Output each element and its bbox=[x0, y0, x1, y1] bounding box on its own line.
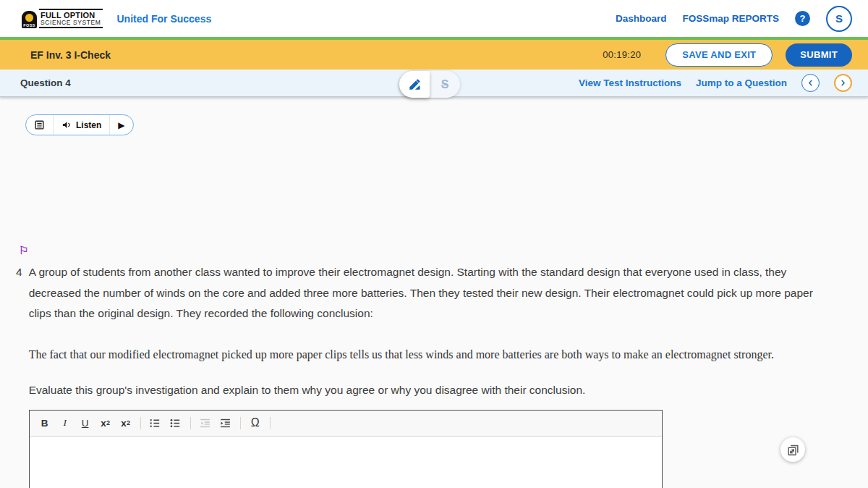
toolbar-separator bbox=[270, 417, 271, 429]
bold-button[interactable]: B bbox=[35, 413, 54, 432]
superscript-number: 2 bbox=[127, 419, 130, 426]
italic-button[interactable]: I bbox=[56, 413, 75, 432]
question-number: 4 bbox=[16, 262, 22, 488]
subscript-button[interactable]: x2 bbox=[96, 413, 115, 432]
toolbar-separator bbox=[190, 417, 191, 429]
play-button[interactable]: ▶ bbox=[109, 115, 132, 135]
expand-icon bbox=[786, 443, 800, 457]
listen-button[interactable]: Listen bbox=[53, 115, 109, 135]
app-header: FOSS FULL OPTION SCIENCE SYSTEM United F… bbox=[0, 0, 868, 37]
test-bar: EF Inv. 3 I-Check 00:19:20 SAVE AND EXIT… bbox=[0, 40, 868, 70]
question-bar: Question 4 S View Test Instructions Jump… bbox=[0, 70, 868, 97]
increase-indent-button[interactable] bbox=[216, 413, 235, 432]
annotation-toolbar: S bbox=[399, 71, 460, 98]
strikethrough-tool-button[interactable]: S bbox=[430, 71, 460, 98]
highlighter-tool-button[interactable] bbox=[399, 71, 430, 98]
save-and-exit-button[interactable]: SAVE AND EXIT bbox=[665, 43, 773, 67]
brand: FOSS FULL OPTION SCIENCE SYSTEM United F… bbox=[22, 9, 211, 28]
question-body: A group of students from another class w… bbox=[29, 262, 832, 488]
numbered-list-button[interactable] bbox=[146, 413, 165, 432]
sun-icon bbox=[25, 14, 33, 22]
speaker-icon bbox=[61, 119, 72, 130]
numbered-list-icon bbox=[149, 417, 161, 429]
logo-text: FULL OPTION SCIENCE SYSTEM bbox=[39, 9, 103, 28]
indent-icon bbox=[219, 417, 231, 429]
district-link[interactable]: United For Success bbox=[117, 13, 212, 25]
toolbar-separator bbox=[140, 417, 141, 429]
question-block: 4 A group of students from another class… bbox=[16, 262, 841, 488]
question-prompt: A group of students from another class w… bbox=[29, 262, 832, 324]
test-title: EF Inv. 3 I-Check bbox=[30, 49, 111, 61]
question-title: Question 4 bbox=[20, 77, 71, 88]
strikethrough-icon: S bbox=[441, 78, 449, 91]
outdent-icon bbox=[199, 417, 211, 429]
help-icon[interactable]: ? bbox=[795, 11, 810, 26]
test-bar-actions: 00:19:20 SAVE AND EXIT SUBMIT bbox=[603, 43, 852, 67]
underline-button[interactable]: U bbox=[76, 413, 95, 432]
chevron-left-icon bbox=[806, 78, 815, 88]
avatar[interactable]: S bbox=[826, 6, 852, 32]
editor-toolbar: B I U x2 x2 bbox=[30, 411, 662, 437]
previous-question-button[interactable] bbox=[801, 74, 820, 92]
subscript-number: 2 bbox=[106, 419, 110, 426]
bulleted-list-button[interactable] bbox=[166, 413, 185, 432]
foss-badge-icon: FOSS bbox=[22, 11, 37, 28]
subscript-base: x bbox=[101, 418, 106, 429]
toolbar-separator bbox=[240, 417, 241, 429]
jump-to-question-link[interactable]: Jump to a Question bbox=[696, 77, 787, 88]
foss-logo[interactable]: FOSS FULL OPTION SCIENCE SYSTEM bbox=[22, 9, 103, 28]
logo-line2: SCIENCE SYSTEM bbox=[41, 20, 101, 26]
view-test-instructions-link[interactable]: View Test Instructions bbox=[579, 77, 681, 88]
foss-badge-label: FOSS bbox=[23, 23, 35, 28]
flag-question-icon[interactable]: ⚐ bbox=[19, 244, 28, 257]
question-content: Listen ▶ ⚐ 4 A group of students from an… bbox=[0, 97, 868, 488]
nav-fossmap-reports[interactable]: FOSSmap REPORTS bbox=[682, 13, 779, 24]
question-task: Evaluate this group's investigation and … bbox=[29, 382, 832, 398]
nav-dashboard[interactable]: Dashboard bbox=[616, 13, 667, 24]
listen-label: Listen bbox=[76, 120, 101, 130]
student-conclusion-text: The fact that our modified electromagnet… bbox=[29, 344, 810, 365]
expand-window-button[interactable] bbox=[780, 437, 805, 462]
pencil-icon bbox=[407, 77, 422, 92]
play-icon: ▶ bbox=[118, 121, 124, 130]
next-question-button[interactable] bbox=[834, 74, 852, 92]
timer: 00:19:20 bbox=[603, 49, 641, 60]
question-bar-links: View Test Instructions Jump to a Questio… bbox=[579, 74, 852, 92]
special-character-button[interactable]: Ω bbox=[246, 413, 265, 432]
decrease-indent-button[interactable] bbox=[196, 413, 215, 432]
text-to-speech-toolbar: Listen ▶ bbox=[25, 114, 134, 135]
bulleted-list-icon bbox=[169, 417, 182, 429]
superscript-base: x bbox=[121, 418, 127, 429]
text-menu-icon bbox=[34, 119, 45, 130]
answer-editor: B I U x2 x2 bbox=[29, 410, 663, 488]
answer-input[interactable] bbox=[30, 437, 662, 488]
chevron-right-icon bbox=[838, 78, 848, 88]
tts-settings-button[interactable] bbox=[26, 115, 53, 135]
submit-button[interactable]: SUBMIT bbox=[786, 43, 852, 67]
top-nav: Dashboard FOSSmap REPORTS ? S bbox=[616, 6, 852, 32]
superscript-button[interactable]: x2 bbox=[116, 413, 135, 432]
